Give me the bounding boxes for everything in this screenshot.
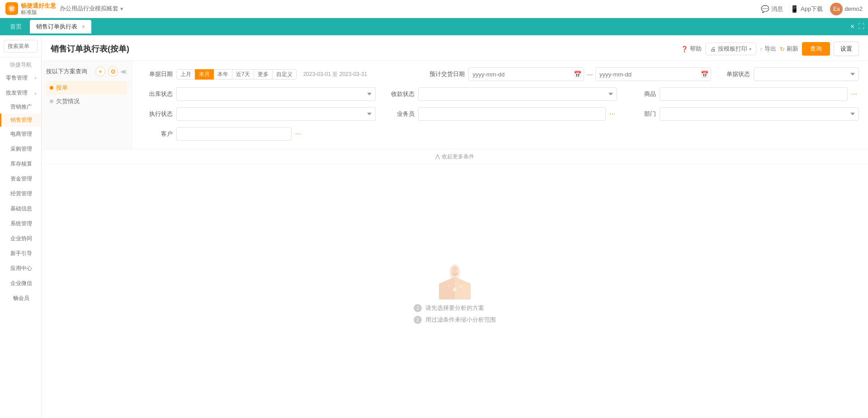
- sidebar-item-retail[interactable]: 零售管理 ▾: [0, 71, 41, 86]
- end-date-wrap: 📅: [595, 67, 711, 81]
- date-tab-more[interactable]: 更多: [254, 69, 273, 80]
- tab-close-icon[interactable]: ×: [82, 24, 85, 30]
- breadcrumb: 办公用品行业模拟账套 ▾: [60, 5, 123, 13]
- sidebar-item-appcenter[interactable]: 应用中心: [0, 261, 41, 276]
- sidebar-item-basic[interactable]: 基础信息: [0, 201, 41, 216]
- sidebar-operations-label: 经营管理: [10, 190, 32, 198]
- filter-row-1: 单据日期 上月 本月 本年 近7天 更多 自定义: [141, 67, 859, 81]
- department-label: 部门: [624, 110, 656, 118]
- export-button[interactable]: ↑ 导出: [760, 45, 777, 53]
- tip-2-text: 用过滤条件来缩小分析范围: [425, 316, 496, 324]
- date-tab-custom[interactable]: 自定义: [272, 69, 297, 80]
- department-select[interactable]: [660, 107, 859, 121]
- filter-nav-debt[interactable]: 欠货情况: [46, 95, 127, 108]
- filter-nav-by-order[interactable]: 按单: [46, 81, 127, 95]
- sidebar-item-ecommerce[interactable]: 电商管理: [0, 127, 41, 142]
- user-menu[interactable]: Ea demo2: [830, 3, 863, 15]
- logo-icon: 财: [5, 2, 18, 15]
- app-download-button[interactable]: 📱 App下载: [790, 5, 823, 13]
- filter-right-panel: 单据日期 上月 本月 本年 近7天 更多 自定义: [132, 61, 868, 149]
- sidebar-search-area: [0, 35, 41, 57]
- sidebar-item-wholesale[interactable]: 批发管理 ▴: [0, 86, 41, 100]
- page-title: 销售订单执行表(按单): [51, 43, 129, 54]
- sidebar-finance-label: 资金管理: [10, 175, 32, 183]
- end-date-input[interactable]: [595, 67, 711, 81]
- sidebar-ecommerce-label: 电商管理: [10, 130, 32, 138]
- date-tab-thisyear[interactable]: 本年: [213, 69, 232, 80]
- exec-status-select[interactable]: [176, 107, 376, 121]
- tab-close-all-button[interactable]: ×: [850, 23, 854, 31]
- print-button[interactable]: 🖨 按模板打印 ▾: [705, 43, 756, 55]
- date-tabs: 上月 本月 本年 近7天 更多 自定义: [176, 69, 296, 80]
- product-more-icon[interactable]: ···: [849, 90, 859, 98]
- sidebar-member-label: 畅会员: [13, 294, 29, 302]
- sidebar-wholesale-label: 批发管理: [6, 89, 28, 97]
- settings-scheme-button[interactable]: ⚙: [108, 66, 118, 76]
- sidebar-item-inventory[interactable]: 库存核算: [0, 157, 41, 171]
- sidebar-item-system[interactable]: 系统管理: [0, 216, 41, 231]
- tab-bar-actions: × ⛶: [850, 23, 864, 31]
- date-tabs-row: 上月 本月 本年 近7天 更多 自定义 2023-03-01 至 2023-03…: [176, 69, 422, 80]
- tab-sales-exec[interactable]: 销售订单执行表 ×: [30, 20, 91, 33]
- home-tab-label: 首页: [10, 23, 22, 31]
- empty-tip-1: 1 请先选择要分析的方案: [414, 304, 496, 312]
- salesperson-input[interactable]: [418, 107, 606, 121]
- salesperson-more-icon[interactable]: ···: [608, 110, 617, 118]
- filter-shipment-status: 出库状态: [141, 87, 376, 101]
- collapse-scheme-button[interactable]: ≪: [121, 68, 127, 75]
- empty-illustration: [430, 259, 480, 304]
- tip-2-number: 2: [414, 316, 422, 324]
- payment-status-select[interactable]: [418, 87, 618, 101]
- filter-row-4: 客户 ···: [141, 127, 859, 141]
- customer-more-icon[interactable]: ···: [293, 130, 303, 138]
- active-dot-icon: [50, 86, 53, 90]
- shipment-status-control: [176, 87, 376, 101]
- sidebar-item-member[interactable]: 畅会员: [0, 291, 41, 306]
- sidebar-item-sales[interactable]: 销售管理: [0, 114, 41, 127]
- content-area: 销售订单执行表(按单) ❓ 帮助 🖨 按模板打印 ▾ ↑ 导出 ↻ 刷新: [42, 35, 868, 418]
- sidebar-item-newuser[interactable]: 新手引导: [0, 246, 41, 261]
- settings-button[interactable]: 设置: [834, 42, 859, 56]
- date-tab-lastmonth[interactable]: 上月: [176, 69, 195, 80]
- date-tab-thismonth[interactable]: 本月: [195, 69, 214, 80]
- product-label: 商品: [624, 90, 656, 98]
- date-filter-control: 上月 本月 本年 近7天 更多 自定义 2023-03-01 至 2023-03…: [176, 69, 422, 80]
- customer-input[interactable]: [176, 127, 292, 141]
- refresh-button[interactable]: ↻ 刷新: [780, 45, 798, 53]
- sidebar-item-corpwx[interactable]: 企业微信: [0, 276, 41, 291]
- phone-icon: 📱: [790, 5, 799, 13]
- order-status-label: 单据状态: [718, 70, 750, 78]
- logo-text: 畅捷通好生意 标准版: [21, 2, 56, 16]
- filter-expected-delivery: 预计交货日期 📅 — 📅: [429, 67, 711, 81]
- help-button[interactable]: ❓ 帮助: [681, 45, 702, 53]
- sidebar-item-purchase[interactable]: 采购管理: [0, 142, 41, 157]
- message-button[interactable]: 💬 消息: [761, 5, 783, 13]
- collapse-bar[interactable]: ⋀ 收起更多条件: [42, 149, 868, 164]
- search-input[interactable]: [4, 40, 38, 52]
- tab-home[interactable]: 首页: [4, 20, 28, 33]
- sidebar-item-enterprise[interactable]: 企业协同: [0, 231, 41, 246]
- tip-1-text: 请先选择要分析的方案: [425, 304, 484, 312]
- sidebar-enterprise-label: 企业协同: [10, 235, 32, 242]
- top-bar: 财 畅捷通好生意 标准版 办公用品行业模拟账套 ▾ 💬 消息 📱 App下载 E…: [0, 0, 868, 18]
- customer-control: ···: [176, 127, 303, 141]
- sidebar-item-operations[interactable]: 经营管理: [0, 186, 41, 201]
- svg-point-14: [453, 271, 453, 272]
- sidebar-marketing-label: 营销推广: [10, 103, 32, 111]
- add-scheme-button[interactable]: +: [95, 66, 105, 76]
- product-input[interactable]: [660, 87, 847, 101]
- payment-status-control: [418, 87, 618, 101]
- date-tab-7days[interactable]: 近7天: [232, 69, 254, 80]
- print-icon: 🖨: [710, 46, 716, 52]
- query-button[interactable]: 查询: [802, 42, 830, 56]
- tip-1-number: 1: [414, 304, 422, 312]
- order-status-select[interactable]: [754, 67, 859, 81]
- customer-label: 客户: [141, 130, 173, 138]
- exec-status-label: 执行状态: [141, 110, 173, 118]
- start-date-input[interactable]: [468, 67, 584, 81]
- shipment-status-select[interactable]: [176, 87, 376, 101]
- tab-expand-button[interactable]: ⛶: [858, 23, 864, 31]
- sidebar-item-marketing[interactable]: 营销推广: [0, 100, 41, 114]
- sidebar-purchase-label: 采购管理: [10, 145, 32, 153]
- sidebar-item-finance[interactable]: 资金管理: [0, 171, 41, 186]
